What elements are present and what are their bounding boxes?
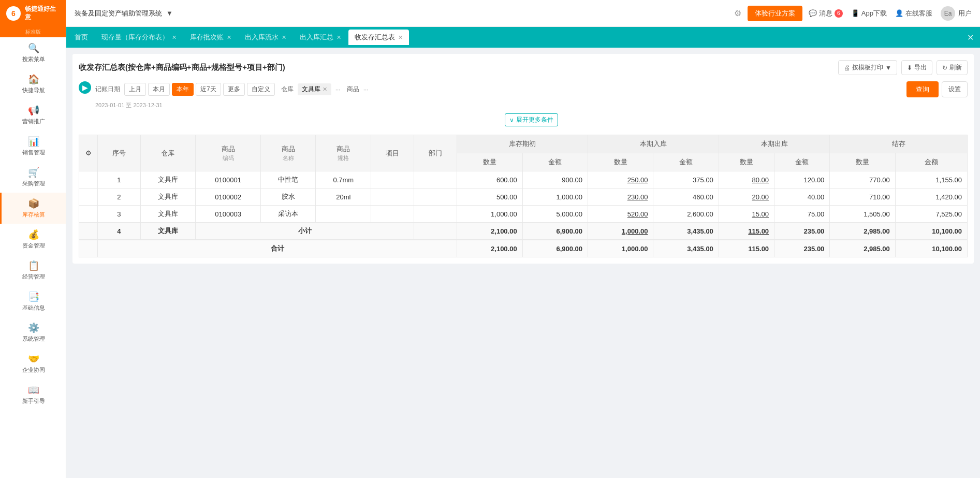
- gear-settings[interactable]: ⚙: [734, 8, 741, 18]
- in-qty-link[interactable]: 230.00: [627, 193, 648, 201]
- tab-close-batch[interactable]: ✕: [227, 34, 231, 41]
- sidebar-nav: 🔍 搜索菜单 🏠 快捷导航 📢 营销推广 📊 销售管理 🛒 采购管理 📦 库存核…: [0, 37, 66, 478]
- row-opening-qty: 1,000.00: [457, 206, 522, 223]
- warehouse-tag-close[interactable]: ✕: [323, 86, 327, 93]
- date-btn-more[interactable]: 更多: [223, 83, 245, 96]
- subtotal-out-qty-link[interactable]: 115.00: [748, 227, 769, 235]
- online-service-action[interactable]: 👤 在线客服: [895, 9, 932, 18]
- row-closing-qty: 710.00: [830, 189, 895, 206]
- date-btn-custom[interactable]: 自定义: [247, 83, 275, 96]
- row-department: [414, 206, 457, 223]
- trial-button[interactable]: 体验行业方案: [748, 6, 802, 21]
- export-icon: ⬇: [907, 64, 912, 71]
- out-qty-link[interactable]: 80.00: [752, 176, 769, 184]
- date-btn-this-month[interactable]: 本月: [148, 83, 170, 96]
- sidebar-item-enterprise[interactable]: 🤝 企业协同: [0, 348, 66, 379]
- tab-inout-summary[interactable]: 出入库汇总 ✕: [294, 30, 347, 45]
- sidebar-item-quick-nav[interactable]: 🏠 快捷导航: [0, 68, 66, 99]
- row-project: [371, 189, 414, 206]
- sidebar-item-business[interactable]: 📋 经营管理: [0, 255, 66, 286]
- guide-icon: 📖: [28, 384, 39, 396]
- goods-more[interactable]: ···: [363, 86, 369, 93]
- total-row: 合计 2,100.00 6,900.00 1,000.00 3,435.00 1…: [79, 240, 968, 257]
- goods-filter-section: 商品 ···: [347, 85, 369, 94]
- total-opening-qty: 2,100.00: [457, 240, 522, 257]
- in-qty-link[interactable]: 250.00: [627, 176, 648, 184]
- tab-close-recv-send-summary[interactable]: ✕: [398, 34, 403, 41]
- row-in-qty[interactable]: 520.00: [588, 206, 653, 223]
- user-menu[interactable]: Ea 用户: [941, 6, 972, 21]
- subtotal-opening-amt: 6,900.00: [522, 223, 588, 240]
- tab-stock-dist[interactable]: 现存量（库存分布表） ✕: [95, 30, 183, 45]
- sidebar-item-label: 采购管理: [22, 180, 45, 187]
- print-template-button[interactable]: 🖨 按模板打印 ▼: [838, 60, 897, 75]
- out-qty-link[interactable]: 15.00: [752, 210, 769, 218]
- subtotal-out-qty[interactable]: 115.00: [719, 223, 774, 240]
- sidebar-item-basic-info[interactable]: 📑 基础信息: [0, 286, 66, 317]
- collapse-arrow[interactable]: ▶: [79, 81, 91, 94]
- subtotal-in-qty[interactable]: 1,000.00: [588, 223, 653, 240]
- export-button[interactable]: ⬇ 导出: [901, 60, 932, 75]
- settings-button[interactable]: 设置: [942, 81, 968, 97]
- sidebar-item-search-menu[interactable]: 🔍 搜索菜单: [0, 37, 66, 68]
- tab-close-stock-dist[interactable]: ✕: [172, 34, 177, 41]
- sidebar-item-marketing[interactable]: 📢 营销推广: [0, 99, 66, 131]
- row-gear: [79, 189, 98, 206]
- tab-batch[interactable]: 库存批次账 ✕: [184, 30, 238, 45]
- row-goods-name: 胶水: [261, 189, 316, 206]
- row-in-qty[interactable]: 250.00: [588, 171, 653, 189]
- subtotal-closing-qty: 2,985.00: [830, 223, 895, 240]
- th-goods-spec: 商品规格: [316, 135, 371, 171]
- sidebar: 6 畅捷通好生意 标准版 🔍 搜索菜单 🏠 快捷导航 📢 营销推广 📊 销售管理…: [0, 0, 66, 478]
- expand-conditions-button[interactable]: ∨ 展开更多条件: [505, 113, 558, 126]
- tab-inout-flow[interactable]: 出入库流水 ✕: [239, 30, 292, 45]
- tab-close-inout-flow[interactable]: ✕: [282, 34, 286, 41]
- sidebar-item-guide[interactable]: 📖 新手引导: [0, 379, 66, 410]
- date-btn-last-month[interactable]: 上月: [124, 83, 146, 96]
- refresh-button[interactable]: ↻ 刷新: [937, 60, 968, 75]
- date-btn-this-year[interactable]: 本年: [172, 83, 194, 96]
- row-out-qty[interactable]: 15.00: [719, 206, 774, 223]
- sidebar-item-purchase[interactable]: 🛒 采购管理: [0, 162, 66, 193]
- system-dropdown[interactable]: ▼: [166, 9, 173, 17]
- sidebar-item-label: 库存核算: [22, 211, 45, 219]
- row-goods-name: 中性笔: [261, 171, 316, 189]
- sidebar-item-inventory[interactable]: 📦 库存核算: [0, 193, 66, 224]
- row-out-qty[interactable]: 80.00: [719, 171, 774, 189]
- tab-recv-send-summary[interactable]: 收发存汇总表 ✕: [348, 30, 409, 45]
- close-all-tabs[interactable]: ✕: [963, 31, 978, 45]
- th-warehouse: 仓库: [140, 135, 195, 171]
- query-button[interactable]: 查询: [906, 81, 939, 97]
- sidebar-item-label: 新手引导: [22, 397, 45, 405]
- row-closing-qty: 1,505.00: [830, 206, 895, 223]
- row-goods-spec: 0.7mm: [316, 171, 371, 189]
- sidebar-item-finance[interactable]: 💰 资金管理: [0, 224, 66, 255]
- tab-close-inout-summary[interactable]: ✕: [337, 34, 341, 41]
- out-qty-link[interactable]: 20.00: [752, 193, 769, 201]
- refresh-icon: ↻: [942, 64, 947, 71]
- basic-info-icon: 📑: [28, 291, 39, 302]
- row-goods-name: 采访本: [261, 206, 316, 223]
- subtotal-no: 4: [98, 223, 141, 240]
- row-out-qty[interactable]: 20.00: [719, 189, 774, 206]
- sidebar-item-sales[interactable]: 📊 销售管理: [0, 131, 66, 162]
- sidebar-item-system[interactable]: ⚙️ 系统管理: [0, 317, 66, 348]
- warehouse-more[interactable]: ···: [335, 86, 341, 93]
- th-in-qty: 数量: [588, 153, 653, 171]
- avatar: Ea: [941, 6, 955, 21]
- row-in-qty[interactable]: 230.00: [588, 189, 653, 206]
- th-out-amt: 金额: [774, 153, 830, 171]
- enterprise-icon: 🤝: [28, 353, 39, 365]
- date-btn-7days[interactable]: 近7天: [196, 83, 221, 96]
- notification-action[interactable]: 💬 消息 6: [809, 9, 843, 18]
- th-gear[interactable]: ⚙: [79, 135, 98, 171]
- tab-home[interactable]: 首页: [68, 30, 94, 45]
- logo-icon: 6: [6, 6, 21, 21]
- finance-icon: 💰: [28, 229, 39, 240]
- service-icon: 👤: [895, 9, 903, 17]
- subtotal-in-qty-link[interactable]: 1,000.00: [622, 227, 648, 235]
- header-actions: 💬 消息 6 📱 App下载 👤 在线客服 Ea 用户: [809, 6, 972, 21]
- in-qty-link[interactable]: 520.00: [627, 210, 648, 218]
- app-download-action[interactable]: 📱 App下载: [851, 9, 887, 18]
- row-warehouse: 文具库: [140, 189, 195, 206]
